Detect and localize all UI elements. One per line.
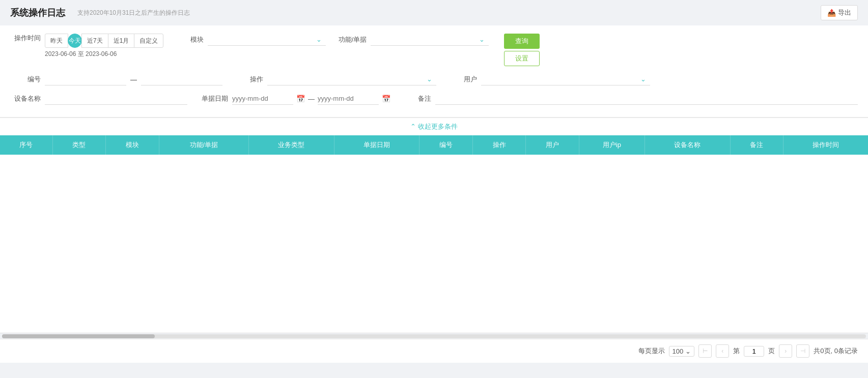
user-select[interactable]: ⌄ [481,73,650,85]
filter-row-3: 设备名称 单据日期 📅 — 📅 备注 [10,93,858,105]
page-size-select[interactable]: 100 ⌄ [669,346,695,357]
col-function: 功能/单据 [159,135,248,155]
scrollbar-track [2,334,866,338]
calendar-from-icon[interactable]: 📅 [296,95,305,103]
device-group: 设备名称 [10,93,187,105]
time-btn-7days[interactable]: 近7天 [81,34,108,48]
module-group: 模块 ⌄ [173,34,326,46]
function-select[interactable]: ⌄ [371,34,489,46]
operation-time-label: 操作时间 [10,34,41,43]
export-icon: 📤 [827,9,836,17]
col-module: 模块 [106,135,159,155]
table-head: 序号 类型 模块 功能/单据 业务类型 单据日期 编号 操作 用户 用户ip 设… [0,135,868,155]
module-select[interactable]: ⌄ [208,34,326,46]
settings-button[interactable]: 设置 [504,51,540,66]
page-size-chevron-icon: ⌄ [685,347,691,355]
empty-area [0,155,868,333]
remark-group: 备注 [401,93,858,105]
next-page-button[interactable]: › [779,344,792,358]
page-label: 第 [733,346,740,356]
filter-row-2: 编号 — 操作 ⌄ 用户 ⌄ [10,73,858,85]
col-operation: 操作 [472,135,525,155]
user-label: 用户 [446,75,477,84]
time-btn-1month[interactable]: 近1月 [108,34,135,48]
page-suffix: 页 [768,346,775,356]
operation-label: 操作 [233,75,263,84]
col-remark: 备注 [730,135,783,155]
scrollbar-thumb [2,334,155,338]
date-to-input[interactable] [318,93,379,105]
page-number-input[interactable] [744,346,764,357]
calendar-to-icon[interactable]: 📅 [382,95,390,103]
voucher-date-group: 单据日期 📅 — 📅 [198,93,390,105]
prev-page-button[interactable]: ‹ [716,344,729,358]
table-header-row: 序号 类型 模块 功能/单据 业务类型 单据日期 编号 操作 用户 用户ip 设… [0,135,868,155]
col-voucher-date: 单据日期 [334,135,419,155]
page-size-value: 100 [673,347,684,355]
module-label: 模块 [173,35,204,44]
col-user: 用户 [526,135,579,155]
function-label: 功能/单据 [336,35,367,44]
user-chevron-icon: ⌄ [640,75,646,83]
serial-group: 编号 — [10,73,222,85]
collapse-icon: ⌃ [410,123,418,130]
col-serial: 序号 [0,135,52,155]
function-chevron-icon: ⌄ [479,36,485,43]
time-btn-custom[interactable]: 自定义 [134,34,163,48]
operation-select[interactable]: ⌄ [267,73,436,85]
horizontal-scrollbar[interactable] [0,333,868,339]
page-header: 系统操作日志 支持2020年10月31日之后产生的操作日志 📤 导出 [0,0,868,25]
remark-input[interactable] [435,93,858,105]
time-buttons-row: 昨天 今天 近7天 近1月 自定义 [45,34,163,48]
user-group: 用户 ⌄ [446,73,650,85]
voucher-date-label: 单据日期 [198,94,228,103]
query-button[interactable]: 查询 [504,34,540,49]
time-date-range: 2023-06-06 至 2023-06-06 [45,50,163,59]
function-group: 功能/单据 ⌄ [336,34,489,46]
device-label: 设备名称 [10,94,41,103]
collapse-label: 收起更多条件 [418,123,458,130]
page-title: 系统操作日志 [10,7,65,19]
pagination: 每页显示 100 ⌄ ⊢ ‹ 第 页 › ⊣ 共0页, 0条记录 [0,339,868,363]
per-page-label: 每页显示 [638,346,665,356]
col-device-name: 设备名称 [645,135,730,155]
serial-label: 编号 [10,75,41,84]
col-user-ip: 用户ip [579,135,645,155]
first-page-button[interactable]: ⊢ [698,344,712,358]
scrollbar-inner [0,333,868,339]
page-subtitle: 支持2020年10月31日之后产生的操作日志 [77,9,190,17]
serial-dash: — [130,76,137,83]
col-type: 类型 [52,135,105,155]
collapse-bar[interactable]: ⌃ 收起更多条件 [0,118,868,135]
operation-group: 操作 ⌄ [233,73,436,85]
time-btn-today[interactable]: 今天 [68,34,82,48]
main-table: 序号 类型 模块 功能/单据 业务类型 单据日期 编号 操作 用户 用户ip 设… [0,135,868,155]
module-chevron-icon: ⌄ [316,36,322,43]
page-total: 共0页, 0条记录 [814,346,858,356]
col-operation-time: 操作时间 [783,135,868,155]
operation-chevron-icon: ⌄ [427,75,432,83]
serial-input-to[interactable] [141,73,222,85]
export-label: 导出 [838,8,851,17]
filter-panel: 操作时间 昨天 今天 近7天 近1月 自定义 2023-06-06 至 2023… [0,25,868,118]
device-input[interactable] [45,93,187,105]
table-container: 序号 类型 模块 功能/单据 业务类型 单据日期 编号 操作 用户 用户ip 设… [0,135,868,333]
col-business-type: 业务类型 [249,135,334,155]
date-dash: — [308,95,315,103]
time-filter-group: 操作时间 昨天 今天 近7天 近1月 自定义 2023-06-06 至 2023… [10,34,163,59]
col-serial-no: 编号 [419,135,472,155]
serial-input-from[interactable] [45,73,126,85]
date-from-input[interactable] [232,93,293,105]
time-btn-yesterday[interactable]: 昨天 [45,34,68,48]
action-buttons: 查询 设置 [504,34,540,66]
date-input-group: 📅 — 📅 [232,93,390,105]
remark-label: 备注 [401,94,431,103]
export-button[interactable]: 📤 导出 [821,5,858,20]
last-page-button[interactable]: ⊣ [796,344,809,358]
